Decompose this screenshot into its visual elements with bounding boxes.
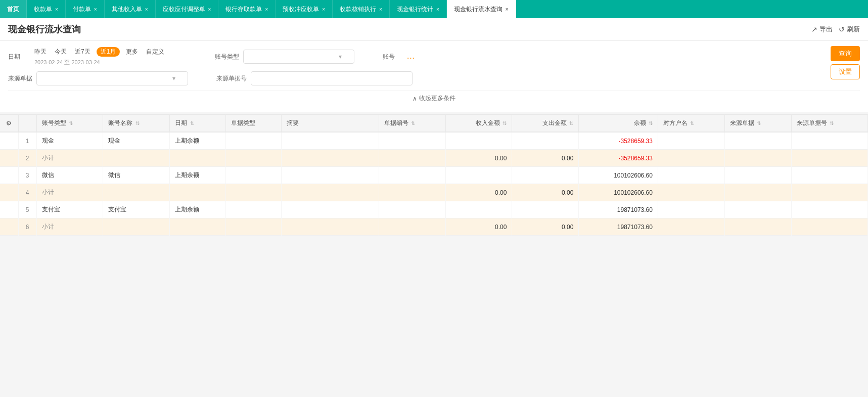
nav-item-home[interactable]: 首页	[0, 0, 27, 18]
close-icon[interactable]: ×	[208, 7, 211, 12]
cell-settings	[0, 201, 18, 218]
cell-settings	[0, 167, 18, 184]
close-icon[interactable]: ×	[145, 7, 148, 12]
close-icon[interactable]: ×	[94, 7, 97, 12]
nav-item-adjustment[interactable]: 应收应付调整单 ×	[156, 0, 219, 18]
cell-source-doc-no	[791, 167, 867, 184]
cell-source-doc	[724, 167, 791, 184]
nav-item-stats[interactable]: 现金银行统计 ×	[390, 0, 447, 18]
cell-income	[445, 167, 512, 184]
cell-balance: -3528659.33	[579, 150, 658, 167]
close-icon[interactable]: ×	[506, 7, 509, 12]
date-option-custom[interactable]: 自定义	[144, 47, 166, 57]
cell-doc-type	[225, 150, 282, 167]
cell-balance: 19871073.60	[579, 201, 658, 218]
col-settings[interactable]: ⚙	[0, 115, 18, 133]
settings-gear-icon[interactable]: ⚙	[6, 120, 12, 127]
sort-icon: ⇅	[569, 120, 573, 126]
source-doc-no-input[interactable]	[251, 71, 413, 85]
table-row[interactable]: 2 小计 0.00 0.00 -3528659.33	[0, 150, 868, 167]
cell-account-name	[103, 184, 170, 201]
cell-index: 1	[18, 132, 36, 150]
refresh-button[interactable]: ↺ 刷新	[839, 25, 860, 34]
table-row[interactable]: 3 微信 微信 上期余额 100102606.60	[0, 167, 868, 184]
date-option-yesterday[interactable]: 昨天	[32, 47, 49, 57]
source-doc-label: 来源单据	[8, 74, 32, 83]
cell-income: 0.00	[445, 218, 512, 236]
table-row[interactable]: 1 现金 现金 上期余额 -3528659.33	[0, 132, 868, 150]
nav-item-verification[interactable]: 收款核销执行 ×	[333, 0, 390, 18]
export-button[interactable]: ↗ 导出	[811, 25, 833, 34]
cell-settings	[0, 132, 18, 150]
table-row[interactable]: 4 小计 0.00 0.00 100102606.60	[0, 184, 868, 201]
date-option-1month[interactable]: 近1月	[97, 47, 120, 57]
chevron-down-icon: ▾	[339, 53, 342, 60]
nav-item-other-income[interactable]: 其他收入单 ×	[105, 0, 156, 18]
col-doc-no[interactable]: 单据编号 ⇅	[379, 115, 445, 133]
col-account-name[interactable]: 账号名称 ⇅	[103, 115, 170, 133]
nav-item-shoukuan[interactable]: 收款单 ×	[27, 0, 66, 18]
nav-item-bank-deposit[interactable]: 银行存取款单 ×	[218, 0, 276, 18]
cell-account-name	[103, 150, 170, 167]
source-doc-select[interactable]: ▾	[36, 71, 188, 85]
cell-counterparty	[658, 132, 724, 150]
close-icon[interactable]: ×	[322, 7, 325, 12]
account-ellipsis-button[interactable]: ...	[407, 53, 415, 60]
cell-settings	[0, 150, 18, 167]
cell-doc-type	[225, 218, 282, 236]
sort-icon: ⇅	[190, 120, 194, 126]
col-income[interactable]: 收入金额 ⇅	[445, 115, 512, 133]
cell-doc-type	[225, 184, 282, 201]
cell-source-doc	[724, 150, 791, 167]
account-type-select[interactable]: ▾	[243, 50, 354, 64]
sort-icon: ⇅	[690, 120, 694, 126]
nav-item-fukuan[interactable]: 付款单 ×	[66, 0, 105, 18]
cell-summary	[282, 167, 379, 184]
close-icon[interactable]: ×	[379, 7, 382, 12]
cell-expense: 0.00	[512, 150, 579, 167]
source-doc-no-label: 来源单据号	[216, 74, 247, 83]
date-filter-group: 日期 昨天 今天 近7天 近1月 更多 自定义 2023-02-24 至 202…	[8, 47, 166, 66]
table-row[interactable]: 5 支付宝 支付宝 上期余额 19871073.60	[0, 201, 868, 218]
cell-balance: 19871073.60	[579, 218, 658, 236]
cell-summary	[282, 184, 379, 201]
col-counterparty[interactable]: 对方户名 ⇅	[658, 115, 724, 133]
col-account-type[interactable]: 账号类型 ⇅	[36, 115, 103, 133]
cell-account-type: 支付宝	[36, 201, 103, 218]
sort-icon: ⇅	[411, 120, 415, 126]
col-source-doc-no[interactable]: 来源单据号 ⇅	[791, 115, 867, 133]
date-option-7days[interactable]: 近7天	[73, 47, 93, 57]
cell-balance: 100102606.60	[579, 167, 658, 184]
col-date[interactable]: 日期 ⇅	[170, 115, 226, 133]
source-doc-filter-group: 来源单据 ▾	[8, 71, 188, 85]
col-source-doc[interactable]: 来源单据 ⇅	[724, 115, 791, 133]
filter-row-source: 来源单据 ▾ 来源单据号	[8, 71, 860, 85]
close-icon[interactable]: ×	[436, 7, 439, 12]
cell-doc-no	[379, 150, 445, 167]
close-icon[interactable]: ×	[265, 7, 268, 12]
settings-button[interactable]: 设置	[831, 64, 860, 79]
date-option-today[interactable]: 今天	[53, 47, 69, 57]
date-options: 昨天 今天 近7天 近1月 更多 自定义	[32, 47, 166, 57]
query-button[interactable]: 查询	[831, 46, 860, 61]
cell-account-name: 现金	[103, 132, 170, 150]
nav-item-flow-query[interactable]: 现金银行流水查询 ×	[447, 0, 516, 18]
date-option-more[interactable]: 更多	[124, 47, 140, 57]
cell-source-doc	[724, 184, 791, 201]
sort-icon: ⇅	[830, 120, 834, 126]
cell-account-type: 小计	[36, 150, 103, 167]
cell-account-name: 支付宝	[103, 201, 170, 218]
close-icon[interactable]: ×	[55, 7, 58, 12]
cell-doc-type	[225, 167, 282, 184]
table-body: 1 现金 现金 上期余额 -3528659.33 2 小计 0.00 0.00 …	[0, 132, 868, 236]
col-balance[interactable]: 余额 ⇅	[579, 115, 658, 133]
nav-item-prepaid[interactable]: 预收冲应收单 ×	[276, 0, 333, 18]
date-range-display: 2023-02-24 至 2023-03-24	[34, 59, 166, 66]
col-expense[interactable]: 支出金额 ⇅	[512, 115, 579, 133]
date-options-group: 昨天 今天 近7天 近1月 更多 自定义 2023-02-24 至 2023-0…	[32, 47, 166, 66]
cell-account-type: 小计	[36, 218, 103, 236]
collapse-button[interactable]: ∧ 收起更多条件	[8, 91, 860, 106]
cell-doc-no	[379, 184, 445, 201]
cell-source-doc	[724, 201, 791, 218]
table-row[interactable]: 6 小计 0.00 0.00 19871073.60	[0, 218, 868, 236]
